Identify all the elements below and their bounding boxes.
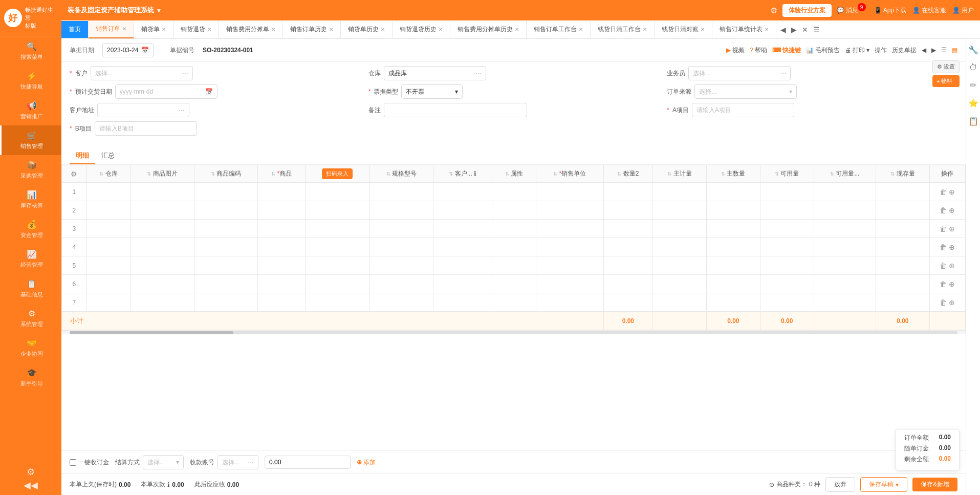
row-1-cust-code[interactable] [433,183,492,201]
table-scrollbar[interactable] [61,330,966,334]
sidebar-item-system[interactable]: ⚙ 系统管理 [0,304,61,333]
next-record-icon[interactable]: ▶ [931,47,936,54]
online-service-btn[interactable]: 👤 在线客服 [912,6,946,15]
row-4-delete-icon[interactable]: 🗑 [940,243,947,251]
tab-expense-history[interactable]: 销售费用分摊单历史 ✕ [450,21,527,38]
sidebar-item-quick-nav[interactable]: ⚡ 快捷导航 [0,66,61,96]
note-input[interactable] [384,103,527,117]
prev-record-icon[interactable]: ◀ [922,47,926,54]
row-3-warehouse[interactable] [86,220,130,238]
sidebar-item-finance[interactable]: 💰 资金管理 [0,214,61,244]
settings-bottom-icon[interactable]: ⚙ [27,466,35,478]
save-new-btn[interactable]: 保存&新增 [912,478,957,491]
tab-next-icon[interactable]: ▶ [789,25,799,35]
list-view-icon[interactable]: ☰ [941,47,947,54]
tab-return-history[interactable]: 销货退货历史 ✕ [393,21,450,38]
tab-sales-expense[interactable]: 销售费用分摊单 ✕ [219,21,283,38]
tab-sales-goods[interactable]: 销货单 ✕ [134,21,173,38]
th-gear[interactable]: ⚙ [62,165,87,183]
user-btn[interactable]: 👤 用户 [952,6,974,15]
app-download-btn[interactable]: 📱 App下载 [874,6,906,15]
customer-address-input[interactable]: ··· [97,103,189,117]
tab-sales-order-history[interactable]: 销售订单历史 ✕ [283,21,341,38]
row-2-cust-code[interactable] [433,201,492,220]
row-1-delete-icon[interactable]: 🗑 [940,188,947,196]
tab-close-6[interactable]: ✕ [381,27,385,32]
message-btn[interactable]: 💬 消息 9 [837,6,868,15]
tab-summary[interactable]: 汇总 [95,148,121,164]
tab-close-8[interactable]: ✕ [515,27,519,32]
row-2-spec[interactable] [369,201,433,220]
row-7-delete-icon[interactable]: 🗑 [940,298,947,307]
sidebar-item-management[interactable]: 📈 经营管理 [0,244,61,274]
tab-goods-history[interactable]: 销货单历史 ✕ [341,21,393,38]
shortcut-btn[interactable]: ⌨ 快捷键 [772,46,801,55]
row-1-warehouse[interactable] [86,183,130,201]
tab-sales-return[interactable]: 销货退货 ✕ [173,21,219,38]
profit-btn[interactable]: 📊 毛利预告 [806,46,840,55]
sidebar-item-marketing[interactable]: 📢 营销推广 [0,96,61,125]
row-2-delete-icon[interactable]: 🗑 [940,206,947,214]
tab-close-7[interactable]: ✕ [439,27,443,32]
add-material-btn[interactable]: + 物料 [932,75,960,87]
tab-close-12[interactable]: ✕ [765,27,769,32]
one-click-label[interactable]: 一键收订金 [70,458,109,467]
tab-sales-stats[interactable]: 销售订单统计表 ✕ [712,21,776,38]
topbar-gear-icon[interactable]: ⚙ [770,6,777,15]
solution-btn[interactable]: 体验行业方案 [782,4,832,17]
a-project-input[interactable]: 请输入A项目 [692,103,794,117]
one-click-checkbox[interactable] [70,459,76,466]
right-edit-icon[interactable]: ✏ [968,78,978,92]
row-2-unit[interactable] [536,201,603,220]
print-btn[interactable]: 🖨 打印 ▾ [845,46,869,55]
right-clock-icon[interactable]: ⏱ [967,61,979,74]
operate-btn[interactable]: 操作 [875,46,887,55]
row-1-attr[interactable] [492,183,536,201]
tab-daily-reconcile[interactable]: 钱货日清对账 ✕ [655,21,712,38]
scan-btn[interactable]: 扫码录入 [322,168,353,179]
payment-method-select[interactable]: 选择... ▾ [143,455,184,469]
b-project-input[interactable]: 请输入B项目 [95,121,197,136]
scrollbar-thumb[interactable] [70,331,233,334]
discard-btn[interactable]: 放弃 [825,477,855,492]
right-tool-icon[interactable]: 🔧 [966,43,981,57]
topbar-dropdown-icon[interactable]: ▾ [157,7,161,14]
customer-input[interactable]: 选择... ··· [91,66,193,80]
row-2-copy-icon[interactable]: ⊕ [949,206,955,214]
tab-close-all-icon[interactable]: ✕ [800,25,810,35]
tab-daily-clear-workbench[interactable]: 钱货日清工作台 ✕ [591,21,655,38]
sidebar-item-sales[interactable]: 🛒 销售管理 [0,125,61,155]
row-3-delete-icon[interactable]: 🗑 [940,225,947,233]
tab-close-11[interactable]: ✕ [701,27,705,32]
row-2-attr[interactable] [492,201,536,220]
invoice-select[interactable]: 不开票 ▾ [401,84,463,99]
account-select[interactable]: 选择... ··· [217,455,258,469]
row-2-code[interactable] [194,201,257,220]
row-4-copy-icon[interactable]: ⊕ [949,243,955,251]
row-5-copy-icon[interactable]: ⊕ [949,262,955,270]
row-2-product[interactable] [258,201,306,220]
tab-close-5[interactable]: ✕ [329,27,333,32]
row-7-copy-icon[interactable]: ⊕ [949,298,955,307]
row-3-copy-icon[interactable]: ⊕ [949,225,955,233]
tab-prev-icon[interactable]: ◀ [778,25,788,35]
history-btn[interactable]: 历史单据 [892,46,917,55]
sidebar-item-base-info[interactable]: 📋 基础信息 [0,274,61,304]
row-1-code[interactable] [194,183,257,201]
tab-order-workbench[interactable]: 销售订单工作台 ✕ [527,21,591,38]
row-2-main-qty[interactable] [706,201,760,220]
salesperson-input[interactable]: 选择... ··· [688,66,791,80]
delivery-date-input[interactable]: yyyy-mm-dd 📅 [115,84,217,99]
save-draft-dropdown-icon[interactable]: ▾ [896,481,899,488]
tab-close-4[interactable]: ✕ [271,27,275,32]
form-view-icon[interactable]: ▦ [952,47,957,54]
view-video-btn[interactable]: ▶ 视频 [726,46,745,55]
sidebar-item-guide[interactable]: 🎓 新手引导 [0,363,61,393]
tab-close-sales-order[interactable]: ✕ [122,26,126,32]
row-5-delete-icon[interactable]: 🗑 [940,262,947,270]
tab-close-10[interactable]: ✕ [643,27,647,32]
tab-menu-icon[interactable]: ☰ [811,25,822,35]
settings-form-btn[interactable]: ⚙ 设置 [932,60,960,73]
tab-close-2[interactable]: ✕ [162,27,166,32]
row-2-warehouse[interactable] [86,201,130,220]
